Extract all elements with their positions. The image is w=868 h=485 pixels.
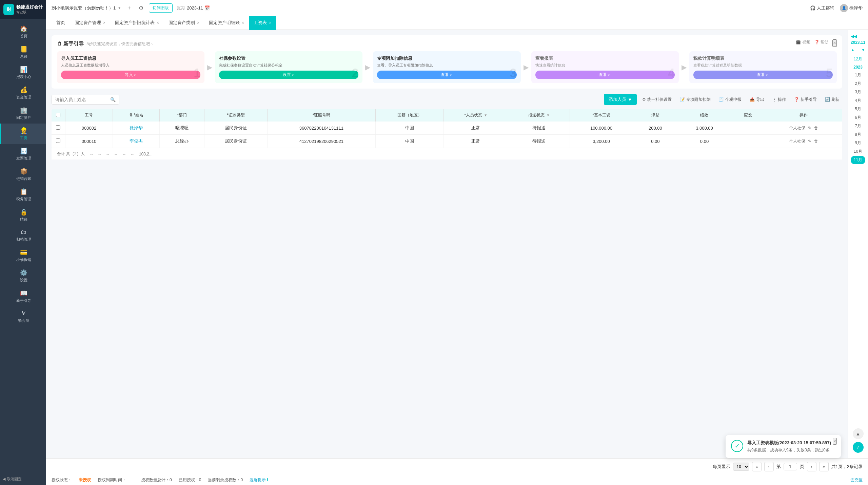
wizard-step-1-btn[interactable]: 导入＞ <box>61 71 200 79</box>
tab-depreciation[interactable]: 固定资产折旧统计表 × <box>110 16 164 30</box>
sidebar-item-funds[interactable]: 💰 资金管理 <box>0 83 46 103</box>
calendar-year-2023[interactable]: 2023 <box>848 63 868 71</box>
sidebar-item-ledger[interactable]: 📒 总账 <box>0 42 46 62</box>
calendar-month-4[interactable]: 4月 <box>848 96 868 105</box>
row-checkbox-1[interactable] <box>56 125 60 130</box>
emp-name-link-2[interactable]: 李俊杰 <box>130 138 143 144</box>
send-status-filter-icon[interactable]: ▼ <box>547 113 550 117</box>
select-all-checkbox[interactable] <box>56 113 60 117</box>
first-page-button[interactable]: « <box>752 462 762 471</box>
sidebar-item-wizard[interactable]: 📖 新手引导 <box>0 286 46 306</box>
wizard-help-link[interactable]: ❓ 帮助 <box>814 39 829 45</box>
operate-button[interactable]: ⋮ 操作 <box>770 95 789 104</box>
tax-filing-button[interactable]: 🧾 个税申报 <box>716 95 744 104</box>
sidebar-item-home[interactable]: 🏠 首页 <box>0 22 46 42</box>
tab-payroll-table[interactable]: 工资表 × <box>249 16 276 30</box>
op-edit-1[interactable]: ✎ <box>808 126 811 130</box>
wizard-step-3-btn[interactable]: 查看＞ <box>377 71 516 79</box>
search-box[interactable]: 🔍 <box>52 95 119 105</box>
search-input[interactable] <box>55 97 108 102</box>
side-icon-down[interactable]: ✓ <box>853 442 864 453</box>
calendar-prev-year-btn[interactable]: ▲ <box>849 46 856 54</box>
wizard-step-5-btn[interactable]: 查看＞ <box>693 71 833 79</box>
add-account-button[interactable]: ＋ <box>125 3 133 13</box>
warning-link[interactable]: 温馨提示 ℹ <box>250 477 269 483</box>
sidebar-item-closing[interactable]: 🔒 结账 <box>0 205 46 225</box>
sidebar-item-fixed[interactable]: 🏢 固定资产 <box>0 103 46 124</box>
op-social-2[interactable]: 个人社保 <box>789 139 805 144</box>
calendar-month-11-active[interactable]: 11月 <box>851 156 865 164</box>
wizard-step-4-btn[interactable]: 查看＞ <box>535 71 675 79</box>
sidebar-item-invoice[interactable]: 🧾 发票管理 <box>0 144 46 164</box>
emp-name-link-1[interactable]: 徐泽华 <box>130 125 143 130</box>
toast-close-button[interactable]: × <box>833 438 837 445</box>
wizard-close-button[interactable]: × <box>832 39 837 47</box>
last-page-button[interactable]: » <box>819 462 829 471</box>
page-size-select[interactable]: 10 20 50 <box>733 463 749 471</box>
switch-version-button[interactable]: 切到旧版 <box>149 3 173 13</box>
calendar-month-5[interactable]: 5月 <box>848 105 868 113</box>
wizard-step-2-btn[interactable]: 设置＞ <box>219 71 358 79</box>
user-menu[interactable]: 👤 徐泽华 <box>840 4 863 12</box>
export-button[interactable]: 📤 导出 <box>747 95 767 104</box>
status-filter-icon[interactable]: ▼ <box>484 113 487 117</box>
calendar-month-7[interactable]: 7月 <box>848 122 868 130</box>
td-status-2: 正常 <box>443 135 508 148</box>
recharge-link[interactable]: 去充值 <box>850 477 863 483</box>
op-social-1[interactable]: 个人社保 <box>789 126 805 130</box>
settings-gear-button[interactable]: ⚙ <box>137 3 145 13</box>
social-insurance-button[interactable]: ⚙ 统一社保设置 <box>639 95 674 104</box>
th-checkbox <box>52 109 65 122</box>
addon-deduction-button[interactable]: 📝 专项附加扣除 <box>677 95 713 104</box>
calendar-month-8[interactable]: 8月 <box>848 130 868 139</box>
calendar-month-10[interactable]: 10月 <box>848 147 868 156</box>
tab-depreciation-close[interactable]: × <box>157 20 159 25</box>
tab-fixed-assets[interactable]: 固定资产管理 × <box>70 16 110 30</box>
refresh-button[interactable]: 🔄 刷新 <box>822 95 842 104</box>
calendar-collapse-btn[interactable]: ◀◀ <box>849 33 858 40</box>
add-employee-button[interactable]: 添加人员 ▼ <box>604 94 637 105</box>
tab-fixed-category-close[interactable]: × <box>197 20 199 25</box>
sidebar-item-reports[interactable]: 📊 报表中心 <box>0 62 46 83</box>
new-guide-button[interactable]: ❓ 新手引导 <box>791 95 820 104</box>
td-send-status-1: 待报送 <box>508 122 570 135</box>
wizard-video-link[interactable]: 🎬 视频 <box>796 39 810 45</box>
calendar-month-3[interactable]: 3月 <box>848 88 868 96</box>
side-icon-up[interactable]: ▲ <box>853 428 864 439</box>
calendar-month-1[interactable]: 1月 <box>848 71 868 79</box>
account-selector[interactable]: 刘小艳演示账套（勿删勿动！）1 ▼ <box>52 5 121 11</box>
prev-page-button[interactable]: ‹ <box>764 462 774 471</box>
sidebar-item-payroll[interactable]: 👷 工资 <box>0 124 46 144</box>
op-edit-2[interactable]: ✎ <box>808 139 811 144</box>
tab-payroll-close[interactable]: × <box>269 20 271 25</box>
calendar-next-year-btn[interactable]: ▼ <box>860 46 867 54</box>
calendar-month-2[interactable]: 2月 <box>848 79 868 88</box>
sidebar-item-archive[interactable]: 🗂 归档管理 <box>0 225 46 245</box>
main-area: 刘小艳演示账套（勿删勿动！）1 ▼ ＋ ⚙ 切到旧版 账期 2023-11 📅 … <box>46 0 868 485</box>
next-page-button[interactable]: › <box>807 462 816 471</box>
tab-fixed-detail-close[interactable]: × <box>242 20 244 25</box>
tab-fixed-assets-close[interactable]: × <box>103 20 105 25</box>
op-delete-1[interactable]: 🗑 <box>814 126 818 130</box>
consult-button[interactable]: 🎧 人工咨询 <box>810 5 834 11</box>
sidebar-item-vip[interactable]: V 畅会员 <box>0 306 46 327</box>
sidebar-item-expense[interactable]: 💳 小畅报销 <box>0 245 46 266</box>
current-page-input[interactable] <box>784 463 797 470</box>
tab-fixed-detail[interactable]: 固定资产明细账 × <box>204 16 249 30</box>
inventory-icon: 📦 <box>20 168 27 175</box>
sidebar-item-settings[interactable]: ⚙️ 设置 <box>0 266 46 286</box>
table-header-row: 工号 ⇅ *姓名 *部门 *证照类型 *证照号码 国籍（地区） *人员状态 <box>52 109 842 122</box>
calendar-month-6[interactable]: 6月 <box>848 113 868 122</box>
th-name[interactable]: ⇅ *姓名 <box>113 109 160 122</box>
th-apply: 应发 <box>731 109 765 122</box>
cancel-fixed-button[interactable]: ◀ 取消固定 <box>3 477 43 482</box>
sidebar-item-tax[interactable]: 📋 税务管理 <box>0 185 46 205</box>
sidebar-item-inventory[interactable]: 📦 进销台账 <box>0 164 46 185</box>
calendar-month-9[interactable]: 9月 <box>848 139 868 147</box>
period-selector[interactable]: 账期 2023-11 📅 <box>177 5 210 11</box>
tab-fixed-category[interactable]: 固定资产类别 × <box>164 16 204 30</box>
tab-home[interactable]: 首页 <box>52 16 70 30</box>
calendar-month-12-prev[interactable]: 12月 <box>848 55 868 63</box>
op-delete-2[interactable]: 🗑 <box>814 139 818 144</box>
row-checkbox-2[interactable] <box>56 138 60 143</box>
